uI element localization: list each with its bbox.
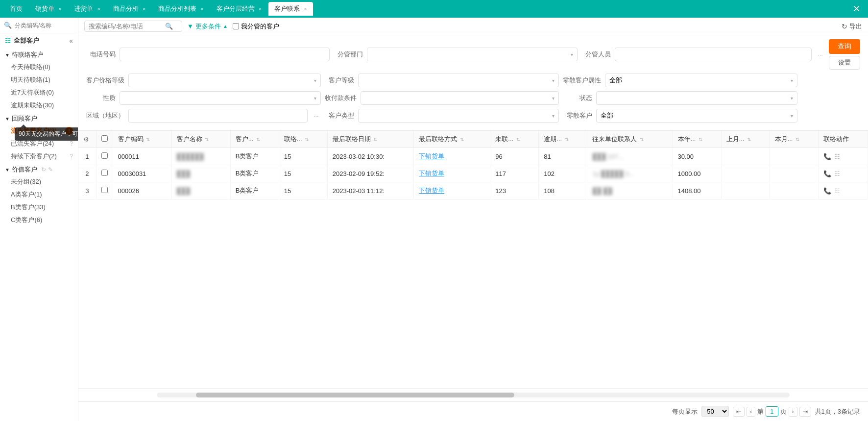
- sort-nc-icon[interactable]: ⇅: [516, 137, 520, 142]
- sort-code-icon[interactable]: ⇅: [146, 137, 150, 142]
- row-checkbox[interactable]: [101, 152, 108, 159]
- filter-more-button[interactable]: ▼ 更多条件 ▲: [187, 22, 228, 31]
- price-grade-select[interactable]: ▾: [128, 74, 321, 87]
- contact-icon[interactable]: 📞: [823, 187, 831, 195]
- tab-customer-layer[interactable]: 客户分层经营 ×: [211, 2, 267, 16]
- refresh-icon-value[interactable]: ↻: [41, 166, 46, 173]
- more-action-icon[interactable]: ☷: [834, 170, 840, 177]
- query-button[interactable]: 查询: [829, 39, 860, 54]
- sidebar-item-class-a[interactable]: A类客户(1): [0, 188, 78, 201]
- my-customers-input[interactable]: [233, 23, 239, 29]
- tab-purchase-close[interactable]: ×: [97, 6, 100, 12]
- select-all-checkbox[interactable]: [101, 135, 108, 142]
- sort-cp-icon[interactable]: ⇅: [640, 137, 644, 142]
- sidebar-item-declining[interactable]: 持续下滑客户(2) ?: [0, 150, 78, 163]
- sort-date-icon[interactable]: ⇅: [373, 137, 377, 142]
- sort-name-icon[interactable]: ⇅: [205, 137, 209, 142]
- tab-sales-close[interactable]: ×: [58, 6, 61, 12]
- scroll-thumb[interactable]: [196, 393, 514, 397]
- edit-icon-value[interactable]: ✎: [48, 166, 53, 173]
- sidebar-item-class-b[interactable]: B类客户(33): [0, 201, 78, 214]
- sort-type-icon[interactable]: ⇅: [256, 137, 260, 142]
- export-button[interactable]: ↻ 导出: [842, 22, 862, 31]
- first-page-button[interactable]: ⇤: [733, 407, 745, 417]
- tab-customer-contact-close[interactable]: ×: [304, 6, 307, 12]
- col-checkbox[interactable]: [96, 131, 113, 148]
- sidebar-item-ungrouped[interactable]: 未分组(32): [0, 175, 78, 188]
- sidebar-all-customers[interactable]: ☷ 全部客户 «: [0, 33, 78, 48]
- sort-method-icon[interactable]: ⇅: [460, 137, 464, 142]
- tab-purchase[interactable]: 进货单 ×: [68, 2, 106, 16]
- row-checkbox[interactable]: [101, 187, 108, 193]
- gender-select[interactable]: ▾: [120, 91, 321, 105]
- manager-input[interactable]: [615, 48, 812, 61]
- chevron-down-zero: ▾: [791, 78, 793, 83]
- sidebar-search-input[interactable]: [15, 22, 78, 29]
- tab-goods-analysis[interactable]: 商品分析 ×: [107, 2, 151, 16]
- col-settings[interactable]: ⚙: [78, 131, 96, 148]
- my-customers-checkbox[interactable]: 我分管的客户: [233, 22, 279, 31]
- tab-sales[interactable]: 销货单 ×: [29, 2, 67, 16]
- region-input[interactable]: [128, 109, 308, 123]
- tab-customer-contact[interactable]: 客户联系 ×: [268, 2, 313, 16]
- sidebar-group-value[interactable]: ▼ 价值客户 ↻ ✎: [0, 163, 78, 175]
- customer-type-select[interactable]: ▾: [358, 109, 559, 123]
- page-navigation: ⇤ ‹ 第 1 页 › ⇥: [733, 406, 811, 417]
- tab-home[interactable]: 首页: [4, 2, 28, 16]
- filter-search-icon: 🔍: [165, 23, 173, 30]
- tab-customer-layer-close[interactable]: ×: [259, 6, 262, 12]
- row-checkbox-cell[interactable]: [96, 182, 113, 199]
- status-select[interactable]: ▾: [596, 91, 797, 105]
- filter-search-input[interactable]: [89, 23, 162, 30]
- row-checkbox[interactable]: [101, 170, 108, 176]
- tab-goods-list[interactable]: 商品分析列表 ×: [152, 2, 209, 16]
- row-last-method[interactable]: 下销货单: [414, 148, 490, 165]
- sort-tm-icon[interactable]: ⇅: [796, 137, 799, 142]
- more-action-icon[interactable]: ☷: [834, 187, 840, 195]
- horizontal-scrollbar[interactable]: [157, 393, 790, 397]
- sidebar-item-class-c[interactable]: C类客户(6): [0, 214, 78, 226]
- chevron-down-price: ▾: [314, 78, 316, 83]
- row-last-method[interactable]: 下销货单: [414, 165, 490, 182]
- customer-grade-select[interactable]: ▾: [358, 74, 559, 87]
- gear-icon[interactable]: ⚙: [83, 136, 89, 143]
- sidebar-item-overdue-pending[interactable]: 逾期未联络(30): [0, 99, 78, 112]
- sidebar-group-pending[interactable]: ▼ 待联络客户: [0, 48, 78, 61]
- sidebar-collapse-button[interactable]: «: [69, 37, 73, 45]
- settings-button[interactable]: 设置: [829, 56, 860, 70]
- filter-row-1: 电话号码 分管部门 ▾ 分管人员 ··· 查询 设置: [86, 39, 860, 70]
- col-last-method: 最后联络方式 ⇅: [414, 131, 490, 148]
- tab-goods-list-close[interactable]: ×: [200, 6, 203, 12]
- sidebar-item-week-pending[interactable]: 近7天待联络(0): [0, 86, 78, 99]
- more-action-icon[interactable]: ☷: [834, 153, 840, 160]
- filter-search-box[interactable]: 🔍: [84, 21, 182, 32]
- zero-customer-select[interactable]: 全部 ▾: [596, 109, 797, 123]
- sort-contact-icon[interactable]: ⇅: [305, 137, 309, 142]
- col-last-month: 上月... ⇅: [721, 131, 770, 148]
- app-close-button[interactable]: ✕: [849, 3, 864, 14]
- zero-attr-select[interactable]: 全部 ▾: [605, 74, 797, 87]
- row-checkbox-cell[interactable]: [96, 165, 113, 182]
- sidebar-item-tomorrow-pending[interactable]: 明天待联络(1): [0, 74, 78, 86]
- row-this-year: 1408.00: [673, 182, 721, 199]
- next-page-button[interactable]: ›: [789, 407, 797, 417]
- last-page-button[interactable]: ⇥: [799, 407, 811, 417]
- payment-select[interactable]: ▾: [361, 91, 559, 105]
- contact-icon[interactable]: 📞: [823, 170, 831, 177]
- row-num: 1: [78, 148, 96, 165]
- prev-page-button[interactable]: ‹: [747, 407, 755, 417]
- row-checkbox-cell[interactable]: [96, 148, 113, 165]
- contact-icon[interactable]: 📞: [823, 153, 831, 160]
- region-ellipsis[interactable]: ···: [312, 112, 321, 120]
- sort-od-icon[interactable]: ⇅: [565, 137, 569, 142]
- row-last-method[interactable]: 下销货单: [414, 182, 490, 199]
- manager-ellipsis[interactable]: ···: [816, 51, 825, 58]
- sidebar-item-today-pending[interactable]: 今天待联络(0): [0, 61, 78, 74]
- sort-lm-icon[interactable]: ⇅: [747, 137, 751, 142]
- phone-input[interactable]: [120, 48, 330, 61]
- sidebar-group-churn[interactable]: ▼ 回顾客户: [0, 112, 78, 124]
- tab-goods-analysis-close[interactable]: ×: [143, 6, 145, 12]
- per-page-select[interactable]: 50 100: [701, 406, 729, 417]
- dept-select[interactable]: ▾: [367, 48, 577, 61]
- sort-ty-icon[interactable]: ⇅: [699, 137, 702, 142]
